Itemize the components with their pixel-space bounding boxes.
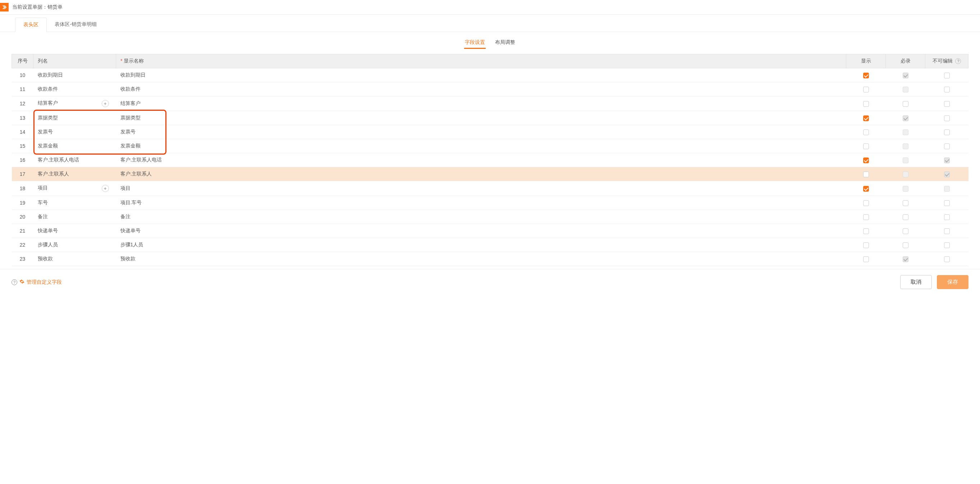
- row-display-name[interactable]: 项目: [116, 181, 846, 196]
- required-checkbox: [903, 172, 908, 177]
- expand-panel-button[interactable]: [0, 3, 9, 11]
- row-seq: 16: [12, 153, 33, 167]
- field-settings-table: 序号 列名 *显示名称 显示 必录 不可编辑 ? 10收款到期日收款到期日11收…: [11, 54, 969, 266]
- row-show-cell: [846, 125, 886, 139]
- readonly-checkbox: [944, 158, 950, 163]
- row-show-cell: [846, 181, 886, 196]
- required-checkbox[interactable]: [903, 214, 908, 220]
- question-icon[interactable]: ?: [11, 279, 17, 285]
- show-checkbox[interactable]: [863, 143, 869, 149]
- row-column-name: 步骤人员: [33, 238, 116, 252]
- row-display-name[interactable]: 客户.主联系人: [116, 167, 846, 181]
- row-display-name[interactable]: 快递单号: [116, 224, 846, 238]
- row-display-name[interactable]: 收款条件: [116, 82, 846, 96]
- show-checkbox[interactable]: [863, 214, 869, 220]
- show-checkbox[interactable]: [863, 115, 869, 121]
- row-show-cell: [846, 82, 886, 96]
- page-header: 当前设置单据：销货单: [0, 0, 980, 15]
- readonly-checkbox[interactable]: [944, 228, 950, 234]
- row-readonly-cell: [925, 252, 969, 266]
- row-display-name[interactable]: 预收款: [116, 252, 846, 266]
- row-display-name[interactable]: 结算客户: [116, 96, 846, 111]
- row-display-name[interactable]: 项目.车号: [116, 196, 846, 210]
- readonly-checkbox[interactable]: [944, 129, 950, 135]
- readonly-checkbox[interactable]: [944, 200, 950, 206]
- subtab-layout[interactable]: 布局调整: [494, 37, 516, 49]
- show-checkbox[interactable]: [863, 129, 869, 135]
- show-checkbox[interactable]: [863, 200, 869, 206]
- tab-header-area[interactable]: 表头区: [15, 18, 47, 32]
- row-display-name[interactable]: 收款到期日: [116, 68, 846, 82]
- row-readonly-cell: [925, 96, 969, 111]
- col-header-name: 列名: [33, 54, 116, 68]
- table-row: 22步骤人员步骤1人员: [12, 238, 969, 252]
- row-seq: 13: [12, 111, 33, 125]
- row-show-cell: [846, 167, 886, 181]
- row-seq: 14: [12, 125, 33, 139]
- row-column-name: 预收款: [33, 252, 116, 266]
- show-checkbox[interactable]: [863, 242, 869, 248]
- row-show-cell: [846, 96, 886, 111]
- readonly-checkbox[interactable]: [944, 143, 950, 149]
- help-icon[interactable]: ?: [955, 58, 961, 64]
- required-checkbox[interactable]: [903, 101, 908, 107]
- row-readonly-cell: [925, 224, 969, 238]
- readonly-checkbox[interactable]: [944, 101, 950, 107]
- row-column-name: 快递单号: [33, 224, 116, 238]
- row-column-name: 项目+: [33, 181, 116, 196]
- required-checkbox[interactable]: [903, 200, 908, 206]
- readonly-checkbox: [944, 172, 950, 177]
- row-display-name[interactable]: 步骤1人员: [116, 238, 846, 252]
- show-checkbox[interactable]: [863, 186, 869, 192]
- row-seq: 12: [12, 96, 33, 111]
- save-button[interactable]: 保存: [937, 275, 969, 289]
- readonly-checkbox[interactable]: [944, 214, 950, 220]
- readonly-checkbox[interactable]: [944, 256, 950, 262]
- row-display-name[interactable]: 发票号: [116, 125, 846, 139]
- required-checkbox: [903, 143, 908, 149]
- required-checkbox[interactable]: [903, 228, 908, 234]
- show-checkbox[interactable]: [863, 101, 869, 107]
- row-column-name: 客户.主联系人: [33, 167, 116, 181]
- tab-body-area[interactable]: 表体区-销货单明细: [47, 18, 105, 32]
- row-display-name[interactable]: 发票金额: [116, 139, 846, 153]
- plus-icon[interactable]: +: [102, 185, 109, 192]
- plus-icon[interactable]: +: [102, 100, 109, 107]
- readonly-checkbox[interactable]: [944, 87, 950, 92]
- table-row: 20备注备注: [12, 210, 969, 224]
- required-checkbox: [903, 129, 908, 135]
- show-checkbox[interactable]: [863, 256, 869, 262]
- subtab-field-settings[interactable]: 字段设置: [464, 37, 486, 49]
- readonly-checkbox[interactable]: [944, 115, 950, 121]
- row-seq: 19: [12, 196, 33, 210]
- sub-tabs: 字段设置 布局调整: [0, 32, 980, 54]
- table-row: 10收款到期日收款到期日: [12, 68, 969, 82]
- show-checkbox[interactable]: [863, 172, 869, 177]
- row-show-cell: [846, 196, 886, 210]
- show-checkbox[interactable]: [863, 158, 869, 163]
- readonly-checkbox[interactable]: [944, 242, 950, 248]
- row-display-name[interactable]: 客户.主联系人电话: [116, 153, 846, 167]
- col-header-display-name: *显示名称: [116, 54, 846, 68]
- show-checkbox[interactable]: [863, 73, 869, 78]
- row-display-name[interactable]: 备注: [116, 210, 846, 224]
- table-row: 13票据类型票据类型: [12, 111, 969, 125]
- show-checkbox[interactable]: [863, 228, 869, 234]
- row-seq: 20: [12, 210, 33, 224]
- required-checkbox[interactable]: [903, 242, 908, 248]
- row-seq: 15: [12, 139, 33, 153]
- manage-custom-fields-link[interactable]: 管理自定义字段: [27, 279, 62, 285]
- readonly-checkbox[interactable]: [944, 73, 950, 78]
- col-header-seq: 序号: [12, 54, 33, 68]
- row-readonly-cell: [925, 111, 969, 125]
- row-display-name[interactable]: 票据类型: [116, 111, 846, 125]
- show-checkbox[interactable]: [863, 87, 869, 92]
- row-required-cell: [886, 181, 925, 196]
- cancel-button[interactable]: 取消: [900, 275, 932, 289]
- row-column-name: 票据类型: [33, 111, 116, 125]
- required-checkbox: [903, 73, 908, 78]
- row-show-cell: [846, 68, 886, 82]
- row-required-cell: [886, 68, 925, 82]
- row-seq: 17: [12, 167, 33, 181]
- table-row: 17客户.主联系人客户.主联系人: [12, 167, 969, 181]
